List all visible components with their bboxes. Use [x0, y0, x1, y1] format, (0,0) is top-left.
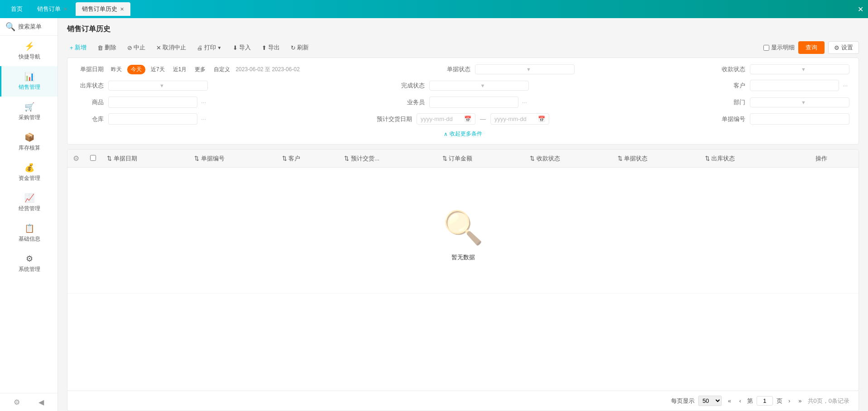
top-bar-right: ✕	[858, 5, 863, 14]
date-custom-btn[interactable]: 自定义	[211, 65, 233, 74]
table-wrapper: ⚙ ⇅ 单据日期 ⇅ 单据编号 ⇅ 客户	[67, 149, 859, 391]
pagination: 每页显示 50 10 20 100 « ‹ 第 页 › » 共0页，0条记录	[67, 391, 859, 411]
dept-arrow-icon: ▼	[801, 100, 845, 105]
goods-label: 商品	[77, 98, 104, 106]
warehouse-dots-btn[interactable]: ···	[199, 116, 208, 122]
delete-button[interactable]: 🗑 删除	[95, 42, 119, 53]
date-start-input[interactable]: yyyy-mm-dd 📅	[417, 113, 475, 125]
customer-dots-btn[interactable]: ···	[841, 82, 849, 89]
stop-icon: ⊘	[127, 44, 132, 51]
window-close-icon[interactable]: ✕	[858, 5, 863, 14]
sidebar-item-base-info[interactable]: 📋 基础信息	[0, 218, 58, 248]
goods-input[interactable]	[108, 97, 197, 108]
goods-dots-btn[interactable]: ···	[199, 99, 208, 106]
settings-btn-icon: ⚙	[834, 44, 839, 51]
sidebar-item-sales-mgmt[interactable]: 📊 销售管理	[0, 66, 58, 97]
sidebar-item-quick-nav[interactable]: ⚡ 快捷导航	[0, 36, 58, 66]
quick-nav-icon: ⚡	[24, 41, 34, 51]
dept-label: 部门	[718, 98, 745, 106]
export-button[interactable]: ⬆ 导出	[259, 42, 283, 53]
print-icon: 🖨	[197, 44, 203, 51]
prev-page-btn[interactable]: ‹	[737, 396, 743, 405]
sidebar-item-search-menu[interactable]: 🔍 搜索菜单	[0, 18, 58, 36]
date-7days-btn[interactable]: 近7天	[148, 65, 168, 74]
bill-status-select[interactable]: ▼	[475, 64, 575, 74]
page-size-select[interactable]: 50 10 20 100	[698, 396, 722, 406]
sidebar-item-sys-mgmt[interactable]: ⚙ 系统管理	[0, 248, 58, 279]
tab-sales-order[interactable]: 销售订单 ✕	[31, 2, 74, 16]
empty-state-row: 🔍 暂无数据	[67, 168, 858, 294]
filter-row-3: 商品 ··· 业务员 ··· 部门 ▼	[77, 97, 849, 108]
show-detail-text: 显示明细	[771, 44, 795, 52]
warehouse-input[interactable]	[108, 113, 197, 125]
first-page-btn[interactable]: «	[725, 396, 733, 405]
page-number-input[interactable]	[757, 396, 773, 406]
table-col-customer[interactable]: ⇅ 客户	[277, 150, 339, 168]
cancel-stop-button[interactable]: ✕ 取消中止	[153, 42, 189, 53]
table-col-order-amount[interactable]: ⇅ 订单金额	[437, 150, 524, 168]
dept-select[interactable]: ▼	[750, 97, 849, 107]
toolbar: + 新增 🗑 删除 ⊘ 中止 ✕ 取消中止 🖨 打印 ▼ ⬇ 导	[58, 39, 868, 58]
table-col-bill-number[interactable]: ⇅ 单据编号	[189, 150, 276, 168]
table-settings-icon[interactable]: ⚙	[73, 155, 79, 162]
table-col-checkbox	[85, 150, 101, 168]
stock-calc-label: 库存核算	[19, 144, 40, 152]
calendar-end-icon: 📅	[538, 116, 545, 122]
import-label: 导入	[239, 44, 251, 52]
import-button[interactable]: ⬇ 导入	[230, 42, 254, 53]
table-col-stock-out-status[interactable]: ⇅ 出库状态	[700, 150, 787, 168]
import-icon: ⬇	[233, 44, 238, 51]
bill-number-input[interactable]	[750, 113, 849, 125]
sidebar-collapse-icon[interactable]: ◀	[38, 398, 44, 406]
stock-calc-icon: 📦	[24, 132, 34, 142]
table-col-bill-date[interactable]: ⇅ 单据日期	[101, 150, 189, 168]
customer-input[interactable]	[750, 80, 839, 91]
table-col-bill-status[interactable]: ⇅ 单据状态	[612, 150, 700, 168]
show-detail-checkbox[interactable]	[763, 45, 769, 51]
bill-number-col-label: ⇅ 单据编号	[194, 155, 225, 162]
refresh-button[interactable]: ↻ 刷新	[288, 42, 312, 53]
tab-sales-order-close[interactable]: ✕	[63, 6, 67, 12]
stop-button[interactable]: ⊘ 中止	[125, 42, 148, 53]
date-yesterday-btn[interactable]: 昨天	[108, 65, 125, 74]
complete-status-select[interactable]: ▼	[429, 81, 529, 91]
sidebar-item-stock-calc[interactable]: 📦 库存核算	[0, 127, 58, 157]
collapse-bar[interactable]: ∧ 收起更多条件	[77, 130, 849, 138]
sidebar-settings-icon[interactable]: ⚙	[14, 398, 20, 406]
date-today-btn[interactable]: 今天	[127, 65, 145, 74]
date-label: 单据日期	[77, 65, 104, 73]
operation-col-label: 操作	[815, 155, 827, 162]
settings-button[interactable]: ⚙ 设置	[828, 41, 859, 54]
base-info-label: 基础信息	[19, 235, 40, 243]
salesman-dots-btn[interactable]: ···	[520, 99, 529, 106]
sidebar-item-operations-mgmt[interactable]: 📈 经营管理	[0, 188, 58, 218]
table-col-receipt-status[interactable]: ⇅ 收款状态	[524, 150, 612, 168]
date-more-btn[interactable]: 更多	[192, 65, 208, 74]
add-button[interactable]: + 新增	[67, 42, 89, 53]
print-button[interactable]: 🖨 打印 ▼	[194, 42, 225, 53]
date-end-input[interactable]: yyyy-mm-dd 📅	[490, 113, 549, 125]
select-all-checkbox[interactable]	[90, 155, 96, 161]
sidebar-item-purchase-mgmt[interactable]: 🛒 采购管理	[0, 97, 58, 127]
receipt-status-select[interactable]: ▼	[750, 64, 849, 74]
table-col-expected-delivery[interactable]: ⇅ 预计交货...	[339, 150, 436, 168]
tab-sales-order-history-close[interactable]: ✕	[120, 6, 124, 12]
expected-delivery-col-label: ⇅ 预计交货...	[344, 155, 379, 162]
next-page-btn[interactable]: ›	[786, 396, 792, 405]
filter-area: 单据日期 昨天 今天 近7天 近1月 更多 自定义 2023-06-02 至 2…	[67, 58, 859, 145]
table-col-operation: 操作	[810, 150, 858, 168]
query-button[interactable]: 查询	[798, 41, 825, 54]
empty-illustration: 🔍	[443, 208, 484, 247]
empty-state-cell: 🔍 暂无数据	[67, 168, 858, 294]
tab-home[interactable]: 首页	[5, 2, 29, 16]
stock-out-select[interactable]: ▼	[108, 81, 208, 91]
tab-sales-order-history[interactable]: 销售订单历史 ✕	[76, 2, 130, 16]
sidebar-item-finance-mgmt[interactable]: 💰 资金管理	[0, 157, 58, 188]
date-1month-btn[interactable]: 近1月	[170, 65, 190, 74]
operations-mgmt-label: 经营管理	[19, 205, 40, 213]
quick-nav-label: 快捷导航	[19, 53, 40, 61]
customer-label: 客户	[718, 82, 745, 90]
salesman-input[interactable]	[429, 97, 518, 108]
last-page-btn[interactable]: »	[796, 396, 804, 405]
refresh-label: 刷新	[297, 44, 309, 52]
